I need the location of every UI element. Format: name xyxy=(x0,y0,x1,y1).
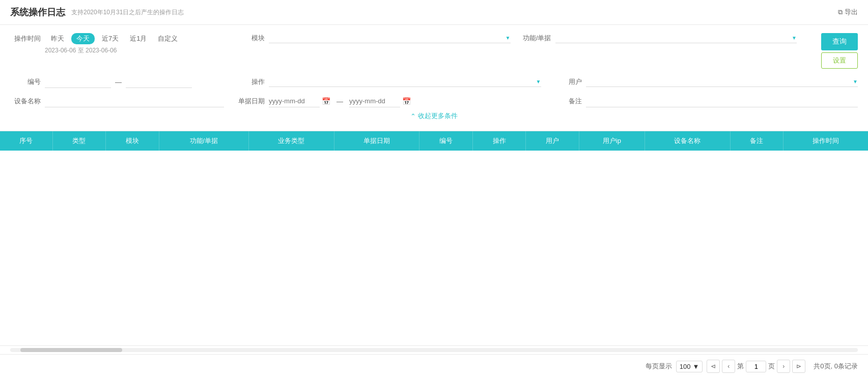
user-label: 用户 xyxy=(551,77,582,86)
col-optime: 操作时间 xyxy=(783,131,868,151)
page-title: 系统操作日志 xyxy=(10,6,65,18)
col-type: 类型 xyxy=(52,131,105,151)
func-filter-col: 功能/单据 ▼ xyxy=(511,33,797,43)
op-label: 操作 xyxy=(234,77,265,86)
col-device: 设备名称 xyxy=(645,131,730,151)
prev-page-button[interactable]: ‹ xyxy=(722,360,735,373)
module-chevron-icon: ▼ xyxy=(506,35,511,41)
custom-btn[interactable]: 自定义 xyxy=(154,33,182,44)
time-label: 操作时间 xyxy=(10,34,41,43)
remark-filter-col: 备注 xyxy=(541,95,858,107)
calendar-end-icon[interactable]: 📅 xyxy=(402,97,411,105)
num-label: 编号 xyxy=(10,77,41,86)
page-container: 系统操作日志 支持2020年10月31日之后产生的操作日志 ⧉ 导出 操作时间 … xyxy=(0,0,868,378)
filter-area: 操作时间 昨天 今天 近7天 近1月 自定义 2023-06-06 至 2023… xyxy=(0,25,868,131)
collapse-row: ⌃ 收起更多条件 xyxy=(10,107,858,123)
col-user: 用户 xyxy=(526,131,579,151)
func-chevron-icon: ▼ xyxy=(792,35,797,41)
export-button[interactable]: ⧉ 导出 xyxy=(838,8,858,17)
docdate-inputs: 📅 — 📅 xyxy=(269,95,541,107)
device-label: 设备名称 xyxy=(10,97,41,106)
export-label: 导出 xyxy=(845,8,858,17)
table-header-row: 序号 类型 模块 功能/单据 业务类型 单据日期 编号 操作 用户 用户ip 设… xyxy=(0,131,868,151)
next-page-button[interactable]: › xyxy=(777,360,790,373)
docdate-dash: — xyxy=(337,98,343,105)
col-module: 模块 xyxy=(106,131,159,151)
yesterday-btn[interactable]: 昨天 xyxy=(47,33,68,44)
user-select[interactable]: ▼ xyxy=(586,77,858,87)
data-table: 序号 类型 模块 功能/单据 业务类型 单据日期 编号 操作 用户 用户ip 设… xyxy=(0,131,868,151)
func-label: 功能/单据 xyxy=(521,34,551,43)
header-actions: ⧉ 导出 xyxy=(838,8,858,17)
col-docdate: 单据日期 xyxy=(334,131,419,151)
first-page-button[interactable]: ⊲ xyxy=(707,360,720,373)
page-header: 系统操作日志 支持2020年10月31日之后产生的操作日志 ⧉ 导出 xyxy=(0,0,868,25)
col-num: 编号 xyxy=(419,131,472,151)
time-filter-col: 操作时间 昨天 今天 近7天 近1月 自定义 2023-06-06 至 2023… xyxy=(10,33,224,55)
per-page-select[interactable]: 100 ▼ xyxy=(676,361,703,372)
collapse-icon: ⌃ xyxy=(410,112,416,120)
filter-actions: 查询 设置 xyxy=(797,33,858,69)
pagination-area: 每页显示 100 ▼ ⊲ ‹ 第 页 › ⊳ 共0页, 0条记录 xyxy=(0,354,868,378)
calendar-start-icon[interactable]: 📅 xyxy=(322,97,330,105)
device-input[interactable] xyxy=(45,95,224,107)
collapse-button[interactable]: ⌃ 收起更多条件 xyxy=(410,111,458,121)
page-label: 第 xyxy=(737,362,744,371)
query-button[interactable]: 查询 xyxy=(821,33,858,50)
col-op: 操作 xyxy=(472,131,525,151)
settings-button[interactable]: 设置 xyxy=(821,52,858,69)
per-page-arrow: ▼ xyxy=(692,363,699,370)
filter-row-1: 操作时间 昨天 今天 近7天 近1月 自定义 2023-06-06 至 2023… xyxy=(10,33,858,69)
docdate-filter-col: 单据日期 📅 — 📅 xyxy=(224,95,541,107)
op-filter-col: 操作 ▼ xyxy=(224,77,541,87)
user-chevron-icon: ▼ xyxy=(853,79,858,84)
last7-btn[interactable]: 近7天 xyxy=(98,33,123,44)
time-filter-group: 昨天 今天 近7天 近1月 自定义 xyxy=(47,33,182,44)
table-header: 序号 类型 模块 功能/单据 业务类型 单据日期 编号 操作 用户 用户ip 设… xyxy=(0,131,868,151)
page-unit: 页 xyxy=(768,362,775,371)
col-func: 功能/单据 xyxy=(159,131,248,151)
num-dash: — xyxy=(115,78,122,86)
collapse-label: 收起更多条件 xyxy=(418,111,458,121)
pagination-nav: ⊲ ‹ 第 页 › ⊳ xyxy=(707,360,805,373)
docdate-start-input[interactable] xyxy=(269,95,320,107)
num-filter-col: 编号 — xyxy=(10,76,224,88)
filter-row-3: 设备名称 单据日期 📅 — 📅 备注 xyxy=(10,95,858,107)
col-seqno: 序号 xyxy=(0,131,52,151)
module-filter-col: 模块 ▼ xyxy=(224,33,511,43)
page-subtitle: 支持2020年10月31日之后产生的操作日志 xyxy=(71,8,184,17)
last-page-button[interactable]: ⊳ xyxy=(792,360,805,373)
op-chevron-icon: ▼ xyxy=(536,79,541,84)
op-select[interactable]: ▼ xyxy=(269,77,541,87)
module-label: 模块 xyxy=(234,34,265,43)
last1m-btn[interactable]: 近1月 xyxy=(126,33,151,44)
per-page-label: 每页显示 xyxy=(646,362,672,371)
num-input-start[interactable] xyxy=(45,76,111,88)
page-input[interactable] xyxy=(746,361,766,372)
table-container: 序号 类型 模块 功能/单据 业务类型 单据日期 编号 操作 用户 用户ip 设… xyxy=(0,131,868,345)
scrollbar-thumb[interactable] xyxy=(20,348,122,352)
remark-label: 备注 xyxy=(551,97,582,106)
module-select[interactable]: ▼ xyxy=(269,33,511,43)
per-page-value: 100 xyxy=(680,363,691,370)
date-range-text: 2023-06-06 至 2023-06-06 xyxy=(45,47,117,54)
user-filter-col: 用户 ▼ xyxy=(541,77,858,87)
filter-row-2: 编号 — 操作 ▼ 用户 ▼ xyxy=(10,76,858,88)
export-icon: ⧉ xyxy=(838,8,843,16)
docdate-label: 单据日期 xyxy=(234,97,265,106)
scrollbar-track xyxy=(10,348,858,352)
col-biztype: 业务类型 xyxy=(249,131,334,151)
docdate-end-input[interactable] xyxy=(349,95,400,107)
total-info: 共0页, 0条记录 xyxy=(814,362,858,371)
col-remark: 备注 xyxy=(730,131,783,151)
remark-input[interactable] xyxy=(586,95,858,107)
scrollbar-area xyxy=(0,345,868,354)
device-filter-col: 设备名称 xyxy=(10,95,224,107)
func-select[interactable]: ▼ xyxy=(555,33,797,43)
empty-area xyxy=(0,151,868,344)
col-userip: 用户ip xyxy=(579,131,645,151)
today-btn[interactable]: 今天 xyxy=(71,33,95,44)
num-input-end[interactable] xyxy=(126,76,192,88)
